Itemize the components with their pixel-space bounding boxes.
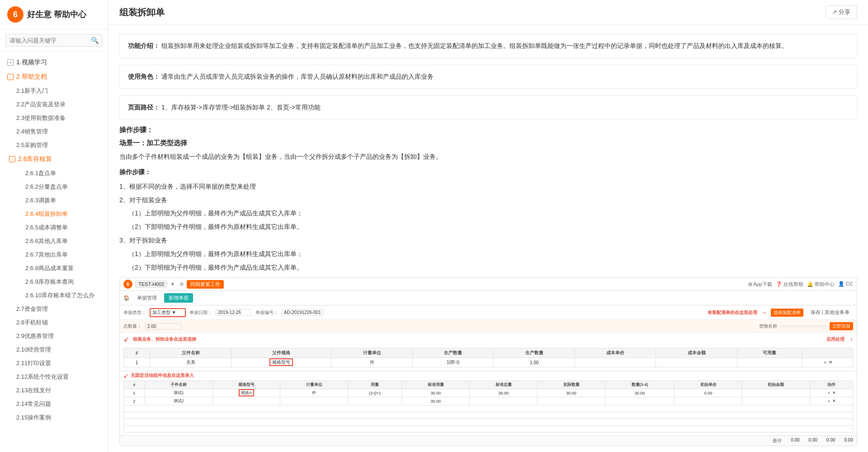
ss-sub-cell-ia-1 [742,389,810,397]
ss-sub-table: # 子件名称 规格型号 计量单位 用量 标准用量 标准总量 实际数量 数量(3-… [123,381,853,433]
function-intro-label: 功能介绍： [128,42,160,49]
nav-section-header-1[interactable]: + 1.视频学习 [0,55,108,70]
ss-sub-cell-name-1: 测试1 [145,389,212,397]
nav-tree: + 1.视频学习 - 2.帮助文档 2.1新手入门 2.2产品安装及登录 2.3… [0,52,108,452]
nav-sub-item-2-6-4[interactable]: 2.6.4组装拆卸单 [9,207,108,221]
nav-sub-item-2-6-5[interactable]: 2.6.5成本调整单 [9,221,108,234]
sidebar: 6 好生意 帮助中心 🔍 + 1.视频学习 - 2.帮助文档 2.1新手入门 2… [0,0,108,452]
step-2-2: （2）下部明细为子件明细，最终作为原材料生成其它出库单。 [119,222,857,233]
step-2: 2、对于组装业务 [119,195,857,206]
path-block: 页面路径： 1、库存核算->库存管理->组装拆卸单 2、首页->常用功能 [119,95,857,120]
nav-sub-item-2-6-9[interactable]: 2.6.9库存账本查询 [9,275,108,289]
ss-field-date: 2019-12-26 [216,309,252,316]
ss-annotation-1: 组装业务、拆卸业务在这里选择 [133,336,196,343]
ops-steps-title: 操作步骤： [119,126,857,134]
ss-sub-cell-ia-2 [742,397,810,405]
ss-sub-cell-usage-1: (3-t)+1 [348,389,402,397]
nav-section-1[interactable]: + 1.视频学习 [0,55,108,70]
nav-sub-item-2-10[interactable]: 2.10经营管理 [0,343,108,357]
ss-label-date: 单据日期： [189,309,212,316]
ss-sub-col-std-usage: 标准用量 [402,381,470,389]
ss-sub-col-qty34: 数量(3-4) [605,381,674,389]
ss-label-type: 单据类型： [123,309,146,316]
ss-col-avail: 可用量 [737,348,802,358]
share-button[interactable]: ↗ 分享 [826,5,857,19]
ss-cell-prod1-1: 1(即-t) [412,358,493,367]
nav-sub-item-2-9[interactable]: 2.9优惠券管理 [0,329,108,343]
ss-select-btn: 选择装配清单 [771,309,803,317]
scene1-title: 场景一：加工类型选择 [119,139,857,147]
nav-sub-item-2-2[interactable]: 2.2产品安装及登录 [0,98,108,111]
top-bar: 组装拆卸单 ↗ 分享 [108,0,868,25]
ss-footer-label: 合计 [773,438,782,444]
ss-icon-apps: ⊞ App下载 [748,281,772,288]
nav-sub-item-2-3[interactable]: 2.3使用前数据准备 [0,111,108,125]
ss-sub-cell-no-1: 1 [124,389,145,397]
nav-section-header-2[interactable]: - 2.帮助文档 [0,70,108,84]
nav-sub-item-2-6-8[interactable]: 2.6.8商品成本重算 [9,262,108,275]
nav-sub-item-2-6-10[interactable]: 2.6.10库存账本错了怎么办 [9,289,108,302]
share-icon: ↗ [832,9,837,15]
app-title: 好生意 帮助中心 [27,9,86,20]
ss-add-btn: 立即添加 [830,322,853,330]
ss-sub-cell-name-2: 测试2 [145,397,212,405]
ss-form-row-1: 单据类型： 加工类型 ▼ 单据日期： 2019-12-26 单据编号： AD-2… [120,305,857,320]
scene1-desc-text: 当由多个子件材料组装成一个成品的业务为【组装】业务，当由一个父件拆分成多个子产品… [119,153,442,160]
nav-section-2[interactable]: - 2.帮助文档 2.1新手入门 2.2产品安装及登录 2.3使用前数据准备 2… [0,70,108,424]
nav-section-header-2-6[interactable]: - 2.6库存核算 [9,152,108,167]
ss-annotation-2: 启用处理 [826,336,844,343]
ss-cell-cprice-1 [575,358,656,367]
search-box[interactable]: 🔍 [5,34,103,47]
nav-sub-item-2-1[interactable]: 2.1新手入门 [0,84,108,98]
ss-icon-center: 🔔 帮助中心 [807,281,835,288]
role-block: 使用角色： 通常由生产人员或库管人员完成拆装业务的操作，库管人员确认原材料的出库… [119,65,857,89]
nav-sub-item-2-11[interactable]: 2.11打印设置 [0,357,108,370]
ss-company: TEST-H002 [135,281,167,288]
nav-sub-item-2-5[interactable]: 2.5采购管理 [0,138,108,152]
search-input[interactable] [9,37,91,44]
nav-sub-item-2-8[interactable]: 2.8手机旺铺 [0,316,108,329]
ss-sub-col-init-unit: 初始单价 [675,381,742,389]
ss-sub-cell-iu-1: 0.00 [675,389,742,397]
role-label: 使用角色： [128,73,160,80]
ss-cell-unit-1: 件 [331,358,412,367]
step-3-2: （2）下部明细为子件明细，最终作为产成品生成其它入库单。 [119,262,857,273]
ss-annotation-row-2: ↙ 无固定活动组件信息在这里录入 [123,372,853,379]
ss-sub-col-spec: 规格型号 [212,381,280,389]
ss-sub-cell-usage-2 [348,397,402,405]
nav-sub-item-2-6-1[interactable]: 2.6.1盘点单 [9,167,108,180]
ss-sub-cell-std2-1: 30.00 [470,389,538,397]
ss-icon-help: ❓ 在线帮助 [776,281,803,288]
nav-sub-item-2-15[interactable]: 2.15操作案例 [0,411,108,424]
nav-sub-item-2-6-3[interactable]: 2.6.3调拨单 [9,194,108,207]
nav-sub-item-2-6-2[interactable]: 2.6.2分量盘点单 [9,180,108,194]
ss-col-parent-name: 父件名称 [150,348,231,358]
search-icon[interactable]: 🔍 [91,37,99,44]
page-title: 组装拆卸单 [119,6,165,19]
nav-sub-item-2-13[interactable]: 2.13在线支付 [0,384,108,397]
ss-sub-row-2: 2 测试2 30.00 [124,397,853,405]
ss-annotation-row: ↙ 组装业务、拆卸业务在这里选择 启用处理 ↑ [120,333,857,345]
ss-sub-cell-iu-2 [675,397,742,405]
ss-top-bar: 6 TEST-H002 ▼ ⚙ 同期要紧工作 ⊞ App下载 ❓ 在线帮助 🔔 … [120,278,857,291]
nav-sub-item-2-14[interactable]: 2.14常见问题 [0,397,108,411]
nav-sub-item-2-4[interactable]: 2.4销售管理 [0,125,108,138]
ss-sub-col-usage: 用量 [348,381,402,389]
ss-sub-cell-spec-2 [212,397,280,405]
nav-sub-item-2-6-7[interactable]: 2.6.7其他出库单 [9,248,108,262]
nav-sub-item-2-6-6[interactable]: 2.6.6其他入库单 [9,234,108,248]
ss-sub-col-actions: 动作 [810,381,853,389]
role-text: 通常由生产人员或库管人员完成拆装业务的操作，库管人员确认原材料的出库和产成品的入… [161,73,434,80]
nav-sub-item-2-7[interactable]: 2.7资金管理 [0,302,108,316]
steps-list: 1、根据不同的业务，选择不同单据的类型来处理 2、对于组装业务 （1）上部明细为… [119,181,857,273]
ss-col-cost-price: 成本单价 [575,348,656,358]
ss-sub-col-no: # [124,381,145,389]
nav-sub-item-2-12[interactable]: 2.12系统个性化设置 [0,370,108,384]
ss-label-search: 货物名称 [759,323,777,329]
ss-col-actions [802,348,853,358]
ss-cell-spec-1: 规格型号 [231,358,331,367]
ss-logo: 6 [123,280,132,289]
ss-sub-row-empty-2 [124,412,853,419]
ss-sub-cell-no-2: 2 [124,397,145,405]
ss-orange-note: 有装配清单的在这里处理 [708,309,757,316]
